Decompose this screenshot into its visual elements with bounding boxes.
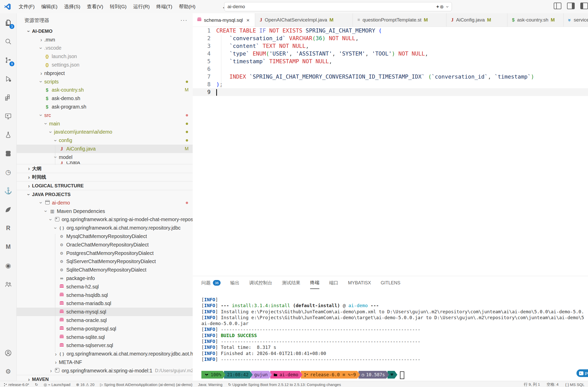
more-actions-icon[interactable]: ··· [180, 17, 188, 24]
command-center-search[interactable]: ai-demo ✦⊗ › [224, 2, 452, 11]
tree-item[interactable]: schema-sqlserver.sql [17, 341, 193, 350]
tree-item[interactable]: ›org.springframework.ai:spring-ai-model-… [17, 216, 193, 224]
tree-item[interactable]: schema-oracle.sql [17, 316, 193, 325]
tree-item[interactable]: schema-mysql.sql [17, 308, 193, 316]
panel-tab-1[interactable]: 输出 [230, 276, 239, 289]
tree-item[interactable]: ›model [17, 153, 193, 162]
status-item-right-2[interactable]: { } MS SQL [565, 382, 584, 387]
tree-item[interactable]: ⚙SqliteChatMemoryRepositoryDialect [17, 266, 193, 274]
tree-item[interactable]: ›.vscode [17, 44, 193, 52]
tree-item[interactable]: ›ai-demo [17, 199, 193, 207]
tree-item[interactable]: ›config [17, 136, 193, 145]
menu-item-5[interactable]: 运行(R) [130, 2, 153, 12]
code-line-6[interactable]: 6 [193, 65, 588, 73]
tree-item[interactable]: ⚙SqlServerChatMemoryRepositoryDialect [17, 257, 193, 266]
activity-item-account[interactable] [0, 343, 16, 362]
tree-item[interactable]: schema-h2.sql [17, 283, 193, 291]
panel-tab-2[interactable]: 调试控制台 [249, 276, 272, 289]
status-item-left-5[interactable]: Java: Warning [198, 382, 222, 387]
activity-item-settings[interactable]: ⚙ [0, 362, 16, 381]
status-item-left-2[interactable]: ◎ ⌁ Launchpad [43, 382, 70, 387]
code-line-8[interactable]: 8); [193, 81, 588, 88]
menu-item-2[interactable]: 选择(S) [61, 2, 84, 12]
close-icon[interactable]: × [246, 17, 249, 23]
editor-tab-services[interactable]: »services: [564, 13, 588, 27]
tree-item[interactable]: ∞package-info [17, 274, 193, 283]
panel-tab-5[interactable]: 端口 [329, 276, 338, 289]
panel-tab-0[interactable]: 问题36 [201, 276, 221, 289]
activity-item-mybatisx[interactable]: M [0, 238, 16, 256]
tree-item[interactable]: schema-sqlite.sql [17, 333, 193, 341]
tree-item[interactable]: schema-hsqldb.sql [17, 291, 193, 299]
tree-section-42[interactable]: ›MAVEN [17, 375, 193, 381]
tree-item[interactable]: ›scripts [17, 78, 193, 86]
tree-item[interactable]: JAiConfig.javaM [17, 145, 193, 153]
tree-item[interactable]: ›{ }org.springframework.ai.chat.memory.r… [17, 350, 193, 358]
code-line-5[interactable]: 5 `timestamp` TIMESTAMP NOT NULL, [193, 58, 588, 65]
tree-item[interactable]: ›▥Maven Dependencies [17, 207, 193, 216]
activity-item-extensions[interactable] [0, 88, 16, 107]
activity-item-python[interactable] [0, 144, 16, 163]
tree-item[interactable]: ›META-INF [17, 358, 193, 367]
status-item-left-6[interactable]: ↻ Upgrade Spring Boot from 2.5.12 to 2.5… [228, 382, 341, 387]
tree-item[interactable]: ›.mvn [17, 36, 193, 44]
tree-item[interactable]: $ask-program.sh [17, 103, 193, 111]
status-item-left-1[interactable]: ↻ [35, 382, 38, 387]
menu-item-3[interactable]: 查看(V) [84, 2, 106, 12]
code-line-4[interactable]: 4 `type` ENUM('USER', 'ASSISTANT', 'SYST… [193, 50, 588, 58]
panel-tab-7[interactable]: GITLENS [381, 276, 400, 289]
menu-item-7[interactable]: 帮助(H) [176, 2, 199, 12]
status-item-right-1[interactable]: 空格: 4 [547, 382, 559, 387]
code-editor[interactable]: 1CREATE TABLE IF NOT EXISTS SPRING_AI_CH… [193, 27, 588, 96]
panel-tab-3[interactable]: 测试结果 [282, 276, 300, 289]
status-item-right-0[interactable]: 行 9, 列 1 [524, 382, 540, 387]
terminal-output[interactable]: [INFO][INFO] --- install:3.1.4:install (… [193, 289, 588, 362]
tree-item[interactable]: {}settings.json [17, 61, 193, 69]
copilot-icon[interactable]: ✦⊗ [435, 4, 444, 10]
tree-item[interactable]: ›nbproject [17, 69, 193, 78]
tree-section-18[interactable]: ›时间线 [17, 173, 193, 181]
tree-section-19[interactable]: ›LOGICAL STRUCTURE [17, 181, 193, 190]
chevron-down-icon[interactable]: › [445, 6, 451, 8]
menu-item-4[interactable]: 转到(G) [106, 2, 130, 12]
activity-item-live-share[interactable] [0, 275, 16, 294]
tree-item[interactable]: schema-postgresql.sql [17, 325, 193, 333]
tree-item[interactable]: {}launch.json [17, 52, 193, 61]
tree-item[interactable]: ›java\com\junteam\ai\demo [17, 128, 193, 136]
code-line-3[interactable]: 3 `content` TEXT NOT NULL, [193, 42, 588, 50]
activity-item-gradle[interactable]: ◉ [0, 256, 16, 275]
activity-item-remote-explorer[interactable] [0, 107, 16, 125]
activity-item-search[interactable] [0, 32, 16, 51]
code-line-9[interactable]: 9 [193, 88, 588, 96]
panel-tab-6[interactable]: MYBATISX [348, 276, 371, 289]
status-item-left-0[interactable]: release-6.0* [4, 382, 29, 387]
editor-tab-AiConfig.java[interactable]: JAiConfig.javaM [447, 13, 507, 27]
activity-item-run-debug[interactable] [0, 69, 16, 88]
editor-tab-schema-mysql.sql[interactable]: schema-mysql.sql× [193, 13, 255, 27]
status-item-left-4[interactable]: ▷ Spring Boot AiDemoApplication (ai-demo… [100, 382, 192, 387]
tree-item[interactable]: JChatA [17, 162, 193, 164]
menu-item-0[interactable]: 文件(F) [15, 2, 38, 12]
activity-item-docker[interactable]: ⚓ [0, 181, 16, 200]
editor-tab-questionPromptTemplate.st[interactable]: ≡questionPromptTemplate.stM [353, 13, 447, 27]
editor-tab-ask-country.sh[interactable]: $ask-country.shM [507, 13, 564, 27]
code-line-1[interactable]: 1CREATE TABLE IF NOT EXISTS SPRING_AI_CH… [193, 27, 588, 35]
tree-section-17[interactable]: ›大纲 [17, 164, 193, 173]
activity-item-r-extension[interactable]: R [0, 219, 16, 238]
menu-item-1[interactable]: 编辑(E) [38, 2, 61, 12]
tree-item[interactable]: ⚙OracleChatMemoryRepositoryDialect [17, 241, 193, 249]
tree-item[interactable]: $ask-country.shM [17, 86, 193, 94]
tree-item[interactable]: schema-mariadb.sql [17, 299, 193, 308]
tree-item[interactable]: ⚙PostgresChatMemoryRepositoryDialect [17, 249, 193, 257]
menu-item-6[interactable]: 终端(T) [153, 2, 176, 12]
code-line-7[interactable]: 7 INDEX `SPRING_AI_CHAT_MEMORY_CONVERSAT… [193, 73, 588, 81]
code-line-2[interactable]: 2 `conversation_id` VARCHAR(36) NOT NULL… [193, 35, 588, 42]
tree-section-20[interactable]: ›JAVA PROJECTS [17, 190, 193, 199]
terminal-shell-badge[interactable]: >_ pw [576, 369, 588, 377]
tree-item[interactable]: ⚙MysqlChatMemoryRepositoryDialect [17, 232, 193, 241]
status-item-left-3[interactable]: ⊗ 16 ⚠ 20 [76, 382, 94, 387]
customize-layout-icon[interactable] [554, 3, 561, 9]
tree-item[interactable]: ›org.springframework.ai:spring-ai-model:… [17, 367, 193, 375]
tree-item[interactable]: $ask-demo.sh [17, 94, 193, 103]
tree-item[interactable]: ›src [17, 111, 193, 120]
